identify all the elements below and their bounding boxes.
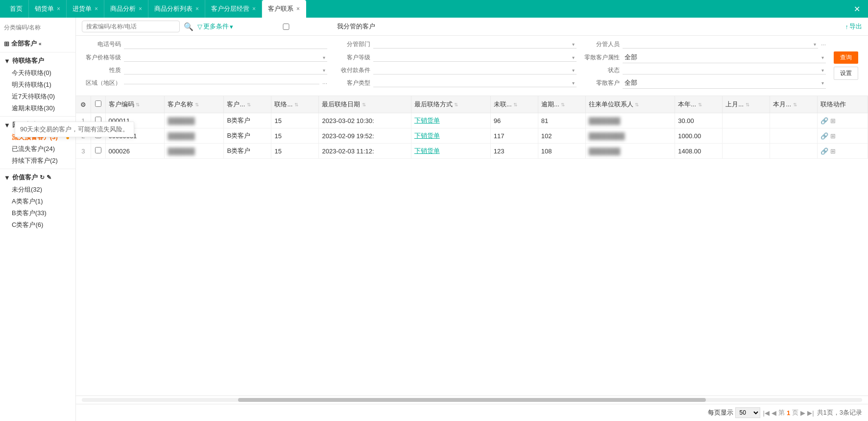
row-this-year-3: 1408.00 <box>675 144 723 159</box>
th-code[interactable]: 客户编码 ⇅ <box>105 96 165 113</box>
row-action-1[interactable]: 🔗 ⊞ <box>818 113 868 128</box>
area-more-icon[interactable]: ··· <box>322 80 327 87</box>
toolbar: 🔍 ▽ 更多条件 ▾ 我分管的客户 ↑ 导出 <box>76 18 868 36</box>
more-icon[interactable]: ··· <box>821 41 826 48</box>
close-icon[interactable]: × <box>195 5 199 12</box>
th-type[interactable]: 客户... ⇅ <box>224 96 271 113</box>
tab-product-analysis[interactable]: 商品分析 × <box>104 0 148 18</box>
sidebar-item-7days-contact[interactable]: 近7天待联络(0) <box>0 91 75 102</box>
tab-customer-tier[interactable]: 客户分层经营 × <box>205 0 262 18</box>
phone-input[interactable] <box>124 40 327 49</box>
sidebar-item-class-c[interactable]: C类客户(6) <box>0 219 75 231</box>
close-icon[interactable]: × <box>139 5 142 12</box>
row-last-way-3[interactable]: 下销货单 <box>411 144 490 159</box>
th-checkbox[interactable] <box>91 96 105 113</box>
query-button[interactable]: 查询 <box>834 51 858 64</box>
row-last-way-2[interactable]: 下销货单 <box>411 128 490 144</box>
current-page-num: 1 <box>787 409 790 417</box>
th-name[interactable]: 客户名称 ⇅ <box>165 96 224 113</box>
sidebar-item-today-contact[interactable]: 今天待联络(0) <box>0 67 75 79</box>
sidebar: 🔍 ⊞ 全部客户 « ▼ 待联络客户 今天待联络(0) 明天待联络(1) 近7天… <box>0 18 76 421</box>
row-action-3[interactable]: 🔗 ⊞ <box>818 144 868 159</box>
sidebar-item-overdue-contact[interactable]: 逾期未联络(30) <box>0 102 75 114</box>
export-button[interactable]: ↑ 导出 <box>845 22 863 31</box>
dept-select[interactable]: ▾ <box>373 41 577 49</box>
my-customer-checkbox[interactable] <box>237 24 335 30</box>
nature-select[interactable]: ▾ <box>124 67 327 74</box>
edit-icon[interactable]: ✎ <box>47 174 51 181</box>
chevron-down-icon: ▾ <box>821 80 824 86</box>
close-icon[interactable]: × <box>296 5 300 12</box>
row-code-3: 000026 <box>105 144 165 159</box>
th-last-contact-way[interactable]: 最后联络方式 ⇅ <box>411 96 490 113</box>
row-name-2: ██████ <box>165 128 224 144</box>
arrow-down-icon: ▼ <box>4 57 10 65</box>
tab-product-list[interactable]: 商品分析列表 × <box>148 0 205 18</box>
prev-page-button[interactable]: ◀ <box>772 409 776 417</box>
th-contact-num[interactable]: 联络... ⇅ <box>271 96 319 113</box>
th-overdue[interactable]: 逾期... ⇅ <box>538 96 585 113</box>
status-select[interactable]: ▾ <box>623 67 826 74</box>
my-customer-checkbox-label[interactable]: 我分管的客户 <box>237 22 375 31</box>
sidebar-item-ungrouped[interactable]: 未分组(32) <box>0 184 75 196</box>
tab-sales[interactable]: 销货单 × <box>29 0 67 18</box>
sidebar-group-pending[interactable]: ▼ 待联络客户 <box>0 54 75 67</box>
customer-type-select[interactable]: ▾ <box>373 79 577 87</box>
sidebar-item-tomorrow-contact[interactable]: 明天待联络(1) <box>0 79 75 91</box>
chevron-down-icon: ▾ <box>323 55 325 60</box>
th-unit-contact[interactable]: 往来单位联系人 ⇅ <box>585 96 675 113</box>
sidebar-item-declining[interactable]: 持续下滑客户(2) <box>0 155 75 167</box>
sidebar-all-customers[interactable]: ⊞ 全部客户 « <box>0 37 75 50</box>
price-level-select[interactable]: ▾ <box>124 54 327 62</box>
chevron-down-icon: ▾ <box>230 23 233 30</box>
filter-nature: 性质 ▾ <box>82 66 327 74</box>
row-last-way-1[interactable]: 下销货单 <box>411 113 490 128</box>
filter-row-1: 电话号码 分管部门 ▾ 分管人员 <box>82 40 826 49</box>
scrollbar-thumb[interactable] <box>238 398 706 402</box>
tab-customer-contact[interactable]: 客户联系 × <box>262 0 306 18</box>
tab-home[interactable]: 首页 <box>4 0 29 18</box>
horizontal-scrollbar[interactable] <box>76 396 868 404</box>
scattered-attr-select[interactable]: 全部 ▾ <box>623 52 826 63</box>
th-last-month[interactable]: 上月... ⇅ <box>723 96 770 113</box>
sidebar-item-churned[interactable]: 已流失客户(24) <box>0 143 75 155</box>
sidebar-search-input[interactable] <box>4 24 76 31</box>
filter-dept: 分管部门 ▾ <box>331 40 577 49</box>
select-all-checkbox[interactable] <box>95 100 101 107</box>
th-settings[interactable]: ⚙ <box>76 96 91 113</box>
last-page-button[interactable]: ▶| <box>807 409 814 417</box>
close-icon[interactable]: × <box>95 5 98 12</box>
close-icon[interactable]: × <box>57 5 60 12</box>
settings-button[interactable]: 设置 <box>834 67 858 80</box>
area-select[interactable] <box>124 82 319 84</box>
search-input[interactable] <box>82 21 180 32</box>
customer-level-select[interactable]: ▾ <box>373 54 577 62</box>
payment-select[interactable]: ▾ <box>373 67 577 74</box>
refresh-icon[interactable]: ↻ <box>40 174 45 181</box>
th-this-month[interactable]: 本月... ⇅ <box>770 96 818 113</box>
sort-icon: ⇅ <box>294 102 298 107</box>
filter-more-button[interactable]: ▽ 更多条件 ▾ <box>197 22 233 31</box>
export-icon: ↑ <box>845 23 849 30</box>
first-page-button[interactable]: |◀ <box>763 409 770 417</box>
row-unit-3: ███████ <box>585 144 675 159</box>
search-button[interactable]: 🔍 <box>184 22 193 31</box>
next-page-button[interactable]: ▶ <box>800 409 805 417</box>
tab-purchase[interactable]: 进货单 × <box>67 0 104 18</box>
sidebar-item-class-b[interactable]: B类客户(33) <box>0 207 75 219</box>
th-last-contact-date[interactable]: 最后联络日期 ⇅ <box>319 96 411 113</box>
sidebar-group-value[interactable]: ▼ 价值客户 ↻ ✎ <box>0 171 75 184</box>
row-checkbox-3[interactable] <box>91 144 105 159</box>
close-icon[interactable]: × <box>252 5 256 12</box>
row-uncontact-2: 117 <box>490 128 538 144</box>
per-page-select[interactable]: 50 100 200 <box>735 407 760 418</box>
window-close-button[interactable]: ✕ <box>850 4 864 14</box>
th-this-year[interactable]: 本年... ⇅ <box>675 96 723 113</box>
manager-select[interactable]: ▾ <box>623 41 818 49</box>
sidebar-item-class-a[interactable]: A类客户(1) <box>0 196 75 207</box>
scattered-customer-select[interactable]: 全部 ▾ <box>623 77 826 89</box>
sort-icon: ⇅ <box>195 102 199 107</box>
row-action-2[interactable]: 🔗 ⊞ <box>818 128 868 144</box>
scrollbar-track <box>82 398 862 402</box>
th-uncontact[interactable]: 未联... ⇅ <box>490 96 538 113</box>
